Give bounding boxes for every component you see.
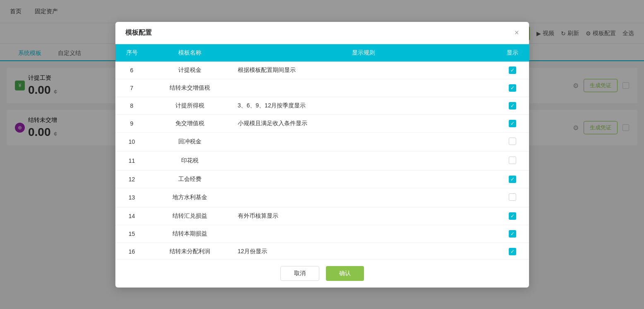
cell-check bbox=[496, 188, 529, 207]
checkbox-11[interactable] bbox=[509, 157, 516, 164]
table-row: 9免交增值税小规模且满足收入条件显示✓ bbox=[115, 114, 529, 132]
cell-rule: 根据模板配置期间显示 bbox=[231, 62, 496, 79]
col-header-display: 显示 bbox=[496, 44, 529, 62]
cell-id: 14 bbox=[115, 207, 148, 225]
cell-rule: 小规模且满足收入条件显示 bbox=[231, 114, 496, 132]
cell-id: 12 bbox=[115, 170, 148, 188]
cell-check bbox=[496, 151, 529, 170]
table-row: 6计提税金根据模板配置期间显示✓ bbox=[115, 62, 529, 79]
table-row: 13地方水利基金 bbox=[115, 188, 529, 207]
checkbox-6[interactable]: ✓ bbox=[509, 67, 516, 74]
cell-name: 地方水利基金 bbox=[148, 188, 231, 207]
cell-rule bbox=[231, 79, 496, 97]
modal-body: 序号 模板名称 显示规则 显示 6计提税金根据模板配置期间显示✓7结转未交增值税… bbox=[115, 44, 529, 259]
cell-name: 结转汇兑损益 bbox=[148, 207, 231, 225]
cell-name: 结转未交增值税 bbox=[148, 79, 231, 97]
col-header-rule: 显示规则 bbox=[231, 44, 496, 62]
cell-name: 工会经费 bbox=[148, 170, 231, 188]
table-row: 10回冲税金 bbox=[115, 132, 529, 151]
cancel-button[interactable]: 取消 bbox=[280, 266, 319, 281]
cell-check: ✓ bbox=[496, 114, 529, 132]
cell-name: 计提税金 bbox=[148, 62, 231, 79]
table-row: 12工会经费✓ bbox=[115, 170, 529, 188]
cell-name: 免交增值税 bbox=[148, 114, 231, 132]
cell-rule: 3、6、9、12月按季度显示 bbox=[231, 97, 496, 114]
col-header-name: 模板名称 bbox=[148, 44, 231, 62]
confirm-button[interactable]: 确认 bbox=[326, 266, 364, 281]
cell-id: 16 bbox=[115, 242, 148, 259]
cell-id: 13 bbox=[115, 188, 148, 207]
cell-name: 印花税 bbox=[148, 151, 231, 170]
cell-id: 6 bbox=[115, 62, 148, 79]
checkbox-12[interactable]: ✓ bbox=[509, 176, 516, 183]
cell-name: 结转本期损益 bbox=[148, 225, 231, 242]
table-body: 6计提税金根据模板配置期间显示✓7结转未交增值税✓8计提所得税3、6、9、12月… bbox=[115, 62, 529, 259]
cell-id: 7 bbox=[115, 79, 148, 97]
cell-name: 结转未分配利润 bbox=[148, 242, 231, 259]
cell-check bbox=[496, 132, 529, 151]
cell-rule: 12月份显示 bbox=[231, 242, 496, 259]
cell-id: 10 bbox=[115, 132, 148, 151]
cell-name: 回冲税金 bbox=[148, 132, 231, 151]
cell-name: 计提所得税 bbox=[148, 97, 231, 114]
table-scroll-area[interactable]: 序号 模板名称 显示规则 显示 6计提税金根据模板配置期间显示✓7结转未交增值税… bbox=[115, 44, 529, 259]
config-table: 序号 模板名称 显示规则 显示 6计提税金根据模板配置期间显示✓7结转未交增值税… bbox=[115, 44, 529, 259]
cell-check: ✓ bbox=[496, 170, 529, 188]
table-row: 8计提所得税3、6、9、12月按季度显示✓ bbox=[115, 97, 529, 114]
cell-id: 15 bbox=[115, 225, 148, 242]
cell-check: ✓ bbox=[496, 242, 529, 259]
table-row: 11印花税 bbox=[115, 151, 529, 170]
modal-header: 模板配置 × bbox=[115, 22, 529, 44]
checkbox-16[interactable]: ✓ bbox=[509, 248, 516, 255]
cell-check: ✓ bbox=[496, 97, 529, 114]
checkbox-14[interactable]: ✓ bbox=[509, 212, 516, 220]
cell-check: ✓ bbox=[496, 79, 529, 97]
table-row: 16结转未分配利润12月份显示✓ bbox=[115, 242, 529, 259]
cell-rule bbox=[231, 132, 496, 151]
cell-id: 8 bbox=[115, 97, 148, 114]
checkbox-15[interactable]: ✓ bbox=[509, 230, 516, 238]
table-row: 7结转未交增值税✓ bbox=[115, 79, 529, 97]
modal-template-config: 模板配置 × 序号 模板名称 显示规则 显示 6计提税金根据模板配置期间显示✓7… bbox=[115, 22, 529, 288]
cell-id: 9 bbox=[115, 114, 148, 132]
cell-check: ✓ bbox=[496, 225, 529, 242]
cell-rule: 有外币核算显示 bbox=[231, 207, 496, 225]
checkbox-13[interactable] bbox=[509, 193, 516, 201]
cell-id: 11 bbox=[115, 151, 148, 170]
cell-check: ✓ bbox=[496, 207, 529, 225]
checkbox-9[interactable]: ✓ bbox=[509, 120, 516, 127]
modal-footer: 取消 确认 bbox=[115, 259, 529, 288]
modal-overlay: 模板配置 × 序号 模板名称 显示规则 显示 6计提税金根据模板配置期间显示✓7… bbox=[0, 0, 644, 309]
checkbox-10[interactable] bbox=[509, 138, 516, 145]
checkbox-8[interactable]: ✓ bbox=[509, 102, 516, 109]
cell-check: ✓ bbox=[496, 62, 529, 79]
cell-rule bbox=[231, 188, 496, 207]
cell-rule bbox=[231, 151, 496, 170]
table-row: 14结转汇兑损益有外币核算显示✓ bbox=[115, 207, 529, 225]
table-header-row: 序号 模板名称 显示规则 显示 bbox=[115, 44, 529, 62]
modal-close-button[interactable]: × bbox=[515, 29, 519, 36]
table-row: 15结转本期损益✓ bbox=[115, 225, 529, 242]
cell-rule bbox=[231, 170, 496, 188]
checkbox-7[interactable]: ✓ bbox=[509, 84, 516, 92]
col-header-id: 序号 bbox=[115, 44, 148, 62]
cell-rule bbox=[231, 225, 496, 242]
modal-title: 模板配置 bbox=[125, 29, 152, 37]
